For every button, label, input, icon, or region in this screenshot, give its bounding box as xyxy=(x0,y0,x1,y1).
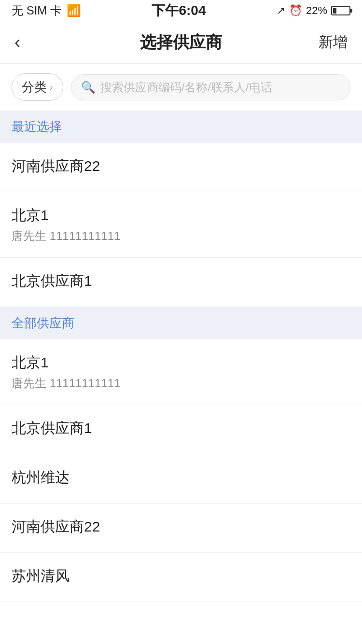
list-item[interactable]: 河南供应商22 xyxy=(0,504,362,553)
page-title: 选择供应商 xyxy=(140,31,222,54)
category-chevron-icon: › xyxy=(50,82,53,93)
category-label: 分类 xyxy=(22,79,47,96)
item-name: 北京1 xyxy=(12,353,350,373)
list-item[interactable]: 北京1 唐先生 11111111111 xyxy=(0,339,362,405)
item-name: 北京1 xyxy=(12,206,350,225)
alarm-icon: ⏰ xyxy=(289,4,302,17)
search-icon: 🔍 xyxy=(81,81,96,94)
list-item[interactable]: 苏州清风 xyxy=(0,553,362,602)
list-item[interactable]: 北京1 唐先生 11111111111 xyxy=(0,192,362,258)
back-button[interactable]: ‹ xyxy=(14,32,43,53)
status-time: 下午6:04 xyxy=(152,1,206,20)
location-icon: ↗ xyxy=(277,4,285,17)
item-name: 杭州维达 xyxy=(12,468,350,488)
list-item[interactable]: 杭州维达 xyxy=(0,454,362,504)
list-item[interactable]: 河南供应商22 xyxy=(0,143,362,192)
item-name: 河南供应商22 xyxy=(12,517,350,537)
recent-list: 河南供应商22 北京1 唐先生 11111111111 北京供应商1 xyxy=(0,143,362,307)
item-contact: 唐先生 11111111111 xyxy=(12,376,350,391)
all-list: 北京1 唐先生 11111111111 北京供应商1 杭州维达 河南供应商22 … xyxy=(0,339,362,602)
item-name: 北京供应商1 xyxy=(12,271,350,291)
nav-bar: ‹ 选择供应商 新增 xyxy=(0,21,362,64)
list-item[interactable]: 北京供应商1 xyxy=(0,405,362,454)
battery-percent: 22% xyxy=(306,4,327,17)
item-contact: 唐先生 11111111111 xyxy=(12,228,350,244)
status-bar: 无 SIM 卡 📶 下午6:04 ↗ ⏰ 22% xyxy=(0,0,362,21)
item-name: 河南供应商22 xyxy=(12,156,350,176)
recent-section-header: 最近选择 xyxy=(0,111,362,143)
category-button[interactable]: 分类 › xyxy=(12,73,63,101)
no-sim-text: 无 SIM 卡 xyxy=(12,3,62,18)
add-button[interactable]: 新增 xyxy=(319,32,348,52)
status-left: 无 SIM 卡 📶 xyxy=(12,3,81,18)
list-item[interactable]: 北京供应商1 xyxy=(0,258,362,307)
search-placeholder: 搜索供应商编码/名称/联系人/电话 xyxy=(100,80,272,95)
item-name: 北京供应商1 xyxy=(12,419,350,438)
search-box[interactable]: 🔍 搜索供应商编码/名称/联系人/电话 xyxy=(71,74,350,100)
all-section-header: 全部供应商 xyxy=(0,307,362,339)
filter-bar: 分类 › 🔍 搜索供应商编码/名称/联系人/电话 xyxy=(0,64,362,111)
status-right: ↗ ⏰ 22% xyxy=(277,4,350,17)
wifi-icon: 📶 xyxy=(67,4,81,17)
battery-icon xyxy=(331,6,350,15)
item-name: 苏州清风 xyxy=(12,566,350,586)
